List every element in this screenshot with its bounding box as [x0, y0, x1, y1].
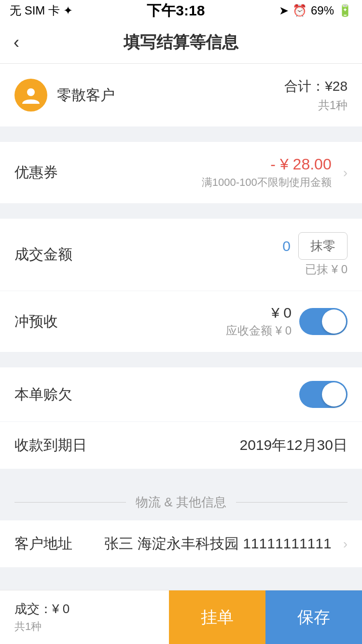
coupon-info: - ¥ 28.00 满1000-100不限制使用金额	[202, 155, 332, 190]
debt-toggle-knob	[322, 382, 346, 406]
transaction-sub: 已抹 ¥ 0	[252, 262, 348, 277]
svg-point-0	[27, 88, 35, 96]
address-section: 客户地址 张三 海淀永丰科技园 11111111111 ›	[0, 520, 362, 567]
bottom-info: 成交：¥ 0 共1种	[0, 590, 169, 644]
toggle-knob	[322, 309, 346, 334]
prepay-row: 冲预收 ¥ 0 应收金额 ¥ 0	[0, 291, 362, 352]
customer-section: 零散客户 合计：¥28 共1种	[0, 64, 362, 126]
coupon-label: 优惠券	[14, 163, 58, 182]
status-bar: 无 SIM 卡 ✦ 下午3:18 ➤ ⏰ 69% 🔋	[0, 0, 362, 21]
deal-amount: ¥ 0	[52, 602, 70, 616]
customer-row: 零散客户 合计：¥28 共1种	[0, 64, 362, 126]
logistics-label: 物流 & 其他信息	[136, 494, 226, 511]
customer-summary: 合计：¥28 共1种	[284, 77, 348, 113]
prepay-amount: ¥ 0	[226, 305, 292, 321]
round-button[interactable]: 抹零	[298, 232, 348, 260]
transaction-section: 成交金额 抹零 已抹 ¥ 0 冲预收 ¥ 0 应收金额 ¥ 0	[0, 219, 362, 352]
back-button[interactable]: ‹	[14, 32, 19, 53]
transaction-row: 成交金额 抹零 已抹 ¥ 0	[0, 219, 362, 291]
user-icon	[21, 85, 41, 105]
logistics-line-right	[236, 502, 348, 503]
customer-left: 零散客户	[14, 79, 115, 112]
total-count: 共1种	[284, 98, 348, 113]
alarm-icon: ⏰	[292, 4, 307, 17]
debt-section: 本单赊欠 收款到期日 2019年12月30日	[0, 367, 362, 469]
location-icon: ➤	[279, 4, 289, 17]
battery-level: 69%	[311, 4, 334, 17]
total-amount: 合计：¥28	[284, 77, 348, 96]
prepay-label: 冲预收	[14, 312, 58, 332]
divider-4	[0, 476, 362, 484]
due-date-value: 2019年12月30日	[240, 435, 348, 455]
save-button[interactable]: 保存	[265, 590, 362, 644]
address-row[interactable]: 客户地址 张三 海淀永丰科技园 11111111111 ›	[0, 520, 362, 567]
address-chevron: ›	[343, 536, 348, 552]
debt-label: 本单赊欠	[14, 385, 72, 405]
coupon-row[interactable]: 优惠券 - ¥ 28.00 满1000-100不限制使用金额 ›	[0, 142, 362, 203]
due-date-right: 2019年12月30日	[240, 435, 348, 455]
page-title: 填写结算等信息	[124, 31, 238, 54]
status-right: ➤ ⏰ 69% 🔋	[279, 4, 352, 17]
divider-2	[0, 211, 362, 219]
due-date-label: 收款到期日	[14, 435, 87, 455]
prepay-right: ¥ 0 应收金额 ¥ 0	[226, 305, 348, 338]
transaction-label: 成交金额	[14, 245, 72, 265]
bottom-count: 共1种	[14, 619, 154, 634]
divider-1	[0, 134, 362, 142]
bottom-deal: 成交：¥ 0	[14, 601, 154, 617]
debt-toggle[interactable]	[299, 381, 348, 408]
address-right: 张三 海淀永丰科技园 11111111111 ›	[104, 534, 348, 554]
sim-status: 无 SIM 卡 ✦	[10, 3, 73, 18]
bottom-bar: 成交：¥ 0 共1种 挂单 保存	[0, 590, 362, 644]
prepay-toggle[interactable]	[299, 308, 348, 335]
deal-prefix: 成交：	[14, 602, 52, 616]
transaction-input[interactable]	[252, 238, 291, 254]
bottom-actions: 挂单 保存	[169, 590, 362, 644]
coupon-section: 优惠券 - ¥ 28.00 满1000-100不限制使用金额 ›	[0, 142, 362, 203]
logistics-header: 物流 & 其他信息	[0, 484, 362, 520]
debt-row: 本单赊欠	[0, 367, 362, 422]
prepay-sub: 应收金额 ¥ 0	[226, 323, 292, 338]
coupon-sub: 满1000-100不限制使用金额	[202, 175, 332, 190]
coupon-chevron: ›	[343, 165, 348, 181]
customer-name: 零散客户	[57, 85, 115, 105]
hang-button[interactable]: 挂单	[169, 590, 265, 644]
address-value: 张三 海淀永丰科技园 11111111111	[104, 534, 331, 554]
battery-icon: 🔋	[338, 4, 352, 17]
nav-bar: ‹ 填写结算等信息	[0, 21, 362, 64]
divider-3	[0, 360, 362, 367]
status-left: 无 SIM 卡 ✦	[10, 3, 73, 18]
due-date-row: 收款到期日 2019年12月30日	[0, 422, 362, 469]
coupon-amount: - ¥ 28.00	[202, 155, 332, 173]
avatar	[14, 79, 47, 112]
content: 零散客户 合计：¥28 共1种 优惠券 - ¥ 28.00 满1000-100不…	[0, 64, 362, 644]
transaction-right: 抹零 已抹 ¥ 0	[252, 232, 348, 277]
status-time: 下午3:18	[147, 1, 205, 21]
coupon-right: - ¥ 28.00 满1000-100不限制使用金额 ›	[202, 155, 348, 190]
logistics-line-left	[14, 502, 126, 503]
debt-right	[299, 381, 348, 408]
address-label: 客户地址	[14, 534, 72, 554]
